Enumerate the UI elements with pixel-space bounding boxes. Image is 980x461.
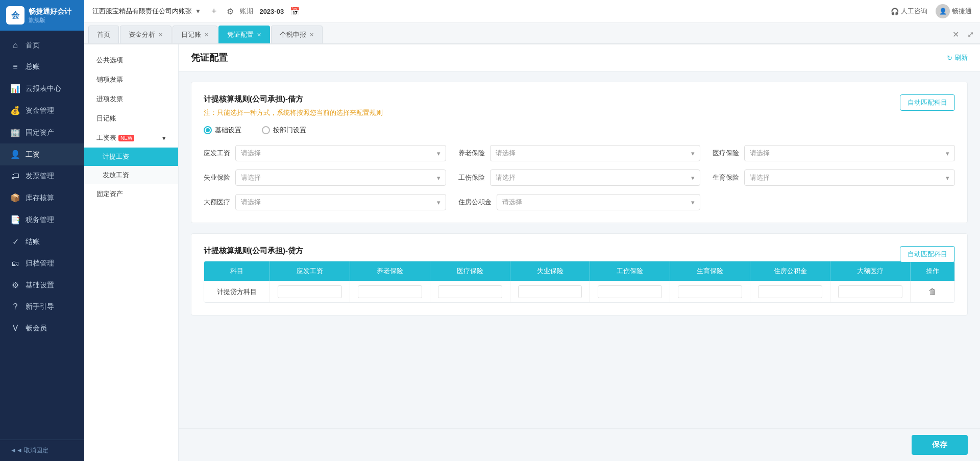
username-label: 畅捷通	[952, 7, 972, 16]
housing-fund-placeholder: 请选择	[502, 198, 522, 207]
save-button[interactable]: 保存	[912, 435, 968, 455]
sidebar-item-checkout[interactable]: ✓ 结账	[0, 231, 84, 253]
tab-home[interactable]: 首页	[88, 26, 119, 43]
tab-voucher-config[interactable]: 凭证配置 ✕	[218, 26, 270, 43]
credit-auto-match-button[interactable]: 自动匹配科目	[900, 246, 955, 262]
sub-nav-purchase-invoice[interactable]: 进项发票	[84, 89, 178, 109]
page-main: 凭证配置 ↻ 刷新 计提核算规则(公司承担)-借方 注：只能选择一种方式，系统将…	[179, 44, 980, 461]
sidebar-item-assets[interactable]: 🏢 固定资产	[0, 122, 84, 143]
medical-label: 医疗保险	[713, 149, 739, 158]
sidebar: 会 畅捷通好会计 旗舰版 ⌂ 首页 ≡ 总账 📊 云报表中心 💰 资金管理 🏢 …	[0, 0, 84, 461]
period-label: 账期	[240, 7, 253, 16]
radio-basic-setting[interactable]: 基础设置	[204, 126, 241, 135]
sidebar-item-label: 首页	[26, 41, 40, 50]
invoice-icon: 🏷	[10, 172, 20, 181]
select-chevron-icon: ▾	[691, 199, 695, 206]
cell-maternity-input[interactable]	[678, 285, 742, 298]
sidebar-item-label: 新手引导	[26, 302, 54, 311]
settings-icon[interactable]: ⚙	[227, 7, 234, 16]
refresh-button[interactable]: ↻ 刷新	[947, 53, 968, 62]
sidebar-item-label: 税务管理	[26, 215, 54, 225]
select-chevron-icon: ▾	[946, 174, 949, 182]
cancel-fixed-btn[interactable]: ◄◄ 取消固定	[0, 440, 84, 461]
select-chevron-icon: ▾	[437, 150, 440, 157]
sidebar-item-member[interactable]: V 畅会员	[0, 318, 84, 339]
user-button[interactable]: 👤 畅捷通	[936, 4, 972, 18]
radio-dept-label: 按部门设置	[273, 126, 306, 135]
payable-wage-placeholder: 请选择	[241, 149, 261, 158]
col-subject: 科目	[204, 261, 270, 281]
housing-fund-select[interactable]: 请选择 ▾	[497, 194, 701, 210]
cell-medical-input[interactable]	[438, 285, 502, 298]
cell-injury-input[interactable]	[598, 285, 662, 298]
unemployment-label: 失业保险	[204, 173, 230, 182]
cell-unemployment	[510, 281, 591, 302]
cell-pension-input[interactable]	[358, 285, 422, 298]
cell-large-medical-input[interactable]	[838, 285, 902, 298]
tab-voucher-config-close-icon[interactable]: ✕	[257, 32, 261, 38]
tab-tax-report-close-icon[interactable]: ✕	[309, 32, 314, 38]
sidebar-item-label: 总账	[26, 62, 40, 71]
cell-housing-fund-input[interactable]	[758, 285, 822, 298]
sub-nav-pay[interactable]: 发放工资	[84, 166, 178, 184]
sidebar-item-archive[interactable]: 🗂 归档管理	[0, 253, 84, 274]
sub-nav-sales-invoice[interactable]: 销项发票	[84, 70, 178, 89]
cell-unemployment-input[interactable]	[518, 285, 582, 298]
tab-journal-close-icon[interactable]: ✕	[204, 32, 209, 38]
cell-delete: 🗑	[911, 281, 954, 302]
medical-placeholder: 请选择	[750, 149, 770, 158]
payable-wage-select[interactable]: 请选择 ▾	[235, 145, 446, 161]
expand-window-icon[interactable]: ⤢	[965, 28, 976, 41]
calendar-icon[interactable]: 📅	[290, 7, 300, 16]
sidebar-item-salary[interactable]: 👤 工资	[0, 143, 84, 165]
medical-select[interactable]: 请选择 ▾	[744, 145, 955, 161]
sidebar-item-ledger[interactable]: ≡ 总账	[0, 56, 84, 78]
sidebar-item-reports[interactable]: 📊 云报表中心	[0, 78, 84, 100]
sub-nav-fixed-assets[interactable]: 固定资产	[84, 184, 178, 204]
close-window-icon[interactable]: ✕	[950, 28, 961, 41]
maternity-select[interactable]: 请选择 ▾	[744, 169, 955, 186]
service-button[interactable]: 🎧 人工咨询	[891, 7, 927, 16]
table-row: 计提贷方科目	[204, 281, 954, 302]
sidebar-item-inventory[interactable]: 📦 库存核算	[0, 187, 84, 209]
pension-placeholder: 请选择	[496, 149, 516, 158]
delete-row-icon[interactable]: 🗑	[928, 287, 937, 297]
add-book-button[interactable]: +	[207, 5, 221, 18]
unemployment-select[interactable]: 请选择 ▾	[235, 169, 446, 186]
tab-funds-close-icon[interactable]: ✕	[158, 32, 163, 38]
headset-icon: 🎧	[891, 8, 899, 15]
salary-icon: 👤	[10, 150, 20, 159]
sub-nav-accrual[interactable]: 计提工资	[84, 148, 178, 166]
cell-injury	[590, 281, 670, 302]
logo-text: 畅捷通好会计	[29, 7, 71, 16]
company-selector[interactable]: 江西服宝精品有限责任公司内账张 ▼	[92, 7, 201, 16]
inventory-icon: 📦	[10, 193, 20, 203]
large-medical-select[interactable]: 请选择 ▾	[235, 194, 446, 210]
tab-journal-label: 日记账	[181, 30, 201, 39]
sidebar-item-funds[interactable]: 💰 资金管理	[0, 100, 84, 122]
tab-journal[interactable]: 日记账 ✕	[173, 26, 217, 43]
credit-section-title: 计提核算规则(公司承担)-贷方	[204, 246, 955, 256]
refresh-label: 刷新	[954, 53, 968, 62]
cell-pension	[350, 281, 430, 302]
content-area: 公共选项 销项发票 进项发票 日记账 工资表 NEW ▾ 计提工资 发放工资 固…	[84, 44, 980, 461]
tab-funds[interactable]: 资金分析 ✕	[120, 26, 172, 43]
sidebar-item-guide[interactable]: ? 新手引导	[0, 296, 84, 318]
tab-tax-report[interactable]: 个税申报 ✕	[271, 26, 323, 43]
cell-payable-wage-input[interactable]	[278, 285, 342, 298]
sidebar-item-invoice[interactable]: 🏷 发票管理	[0, 165, 84, 187]
sidebar-item-label: 工资	[26, 150, 40, 159]
injury-select[interactable]: 请选择 ▾	[490, 169, 701, 186]
sidebar-item-basic[interactable]: ⚙ 基础设置	[0, 274, 84, 296]
sub-nav-salary-table-group[interactable]: 工资表 NEW ▾	[84, 128, 178, 148]
debit-radio-group: 基础设置 按部门设置	[204, 126, 955, 135]
sub-nav-journal[interactable]: 日记账	[84, 109, 178, 128]
sidebar-item-tax[interactable]: 📑 税务管理	[0, 209, 84, 231]
sub-nav-public[interactable]: 公共选项	[84, 51, 178, 70]
sidebar-item-home[interactable]: ⌂ 首页	[0, 35, 84, 56]
unemployment-placeholder: 请选择	[241, 173, 261, 182]
pension-select[interactable]: 请选择 ▾	[490, 145, 701, 161]
debit-auto-match-button[interactable]: 自动匹配科目	[900, 94, 955, 111]
radio-dept-setting[interactable]: 按部门设置	[262, 126, 306, 135]
radio-basic-icon	[204, 126, 212, 134]
